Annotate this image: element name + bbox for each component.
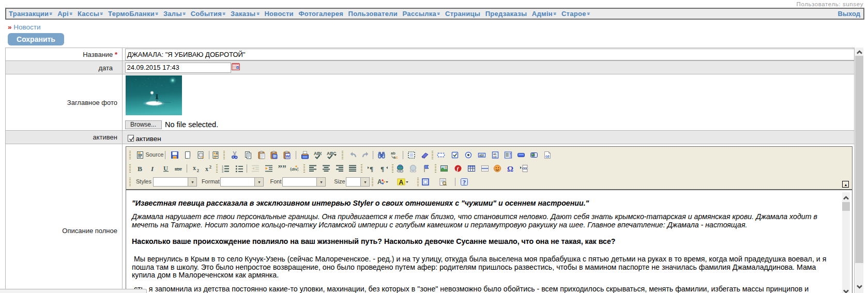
svg-text:2: 2 bbox=[209, 164, 212, 169]
svg-text:A: A bbox=[399, 179, 404, 186]
svg-text:Ω: Ω bbox=[507, 165, 513, 173]
svg-text:¶: ¶ bbox=[380, 165, 384, 173]
svg-text:〈div〉: 〈div〉 bbox=[290, 167, 298, 172]
svg-text:2: 2 bbox=[196, 168, 199, 173]
svg-text:cd: cd bbox=[493, 155, 496, 158]
svg-text:cd: cd bbox=[545, 155, 550, 158]
svg-text:ABC: ABC bbox=[314, 151, 322, 156]
svg-text:c: c bbox=[396, 155, 398, 159]
svg-text:B: B bbox=[138, 165, 142, 173]
svg-text:abe: abe bbox=[175, 167, 182, 172]
svg-text:3: 3 bbox=[222, 170, 223, 173]
svg-text:x: x bbox=[193, 164, 196, 172]
svg-text:W: W bbox=[286, 154, 290, 159]
svg-text:¶: ¶ bbox=[370, 165, 373, 173]
svg-text:””: ”” bbox=[278, 164, 286, 173]
svg-text:?: ? bbox=[463, 179, 466, 186]
svg-text:ab: ab bbox=[479, 153, 483, 157]
svg-text:A: A bbox=[377, 178, 382, 186]
svg-text:I: I bbox=[150, 165, 154, 173]
svg-text:U: U bbox=[163, 165, 168, 172]
svg-text:x: x bbox=[205, 165, 208, 173]
